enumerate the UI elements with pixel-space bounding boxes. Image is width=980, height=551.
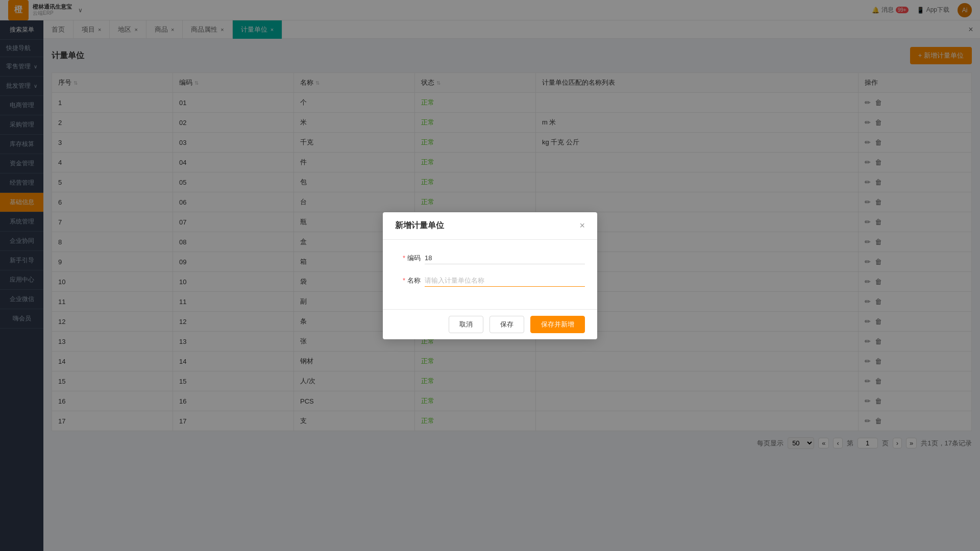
modal-overlay: 新增计量单位 × *编码 *名称 取消 保存 保存并新增: [0, 0, 980, 551]
modal-title: 新增计量单位: [395, 220, 444, 231]
code-input[interactable]: [425, 252, 585, 264]
form-name-label: *名称: [395, 276, 421, 285]
cancel-button[interactable]: 取消: [449, 316, 483, 333]
add-unit-modal: 新增计量单位 × *编码 *名称 取消 保存 保存并新增: [383, 212, 597, 339]
form-code-label: *编码: [395, 254, 421, 263]
name-input[interactable]: [425, 274, 585, 287]
name-required-mark: *: [403, 277, 405, 284]
save-add-button[interactable]: 保存并新增: [530, 316, 585, 333]
form-item-name: *名称: [395, 274, 585, 287]
modal-body: *编码 *名称: [383, 240, 597, 309]
save-button[interactable]: 保存: [489, 316, 524, 333]
modal-close-btn[interactable]: ×: [579, 220, 585, 231]
code-required-mark: *: [403, 254, 405, 262]
form-item-code: *编码: [395, 252, 585, 264]
modal-header: 新增计量单位 ×: [383, 212, 597, 240]
modal-footer: 取消 保存 保存并新增: [383, 309, 597, 339]
